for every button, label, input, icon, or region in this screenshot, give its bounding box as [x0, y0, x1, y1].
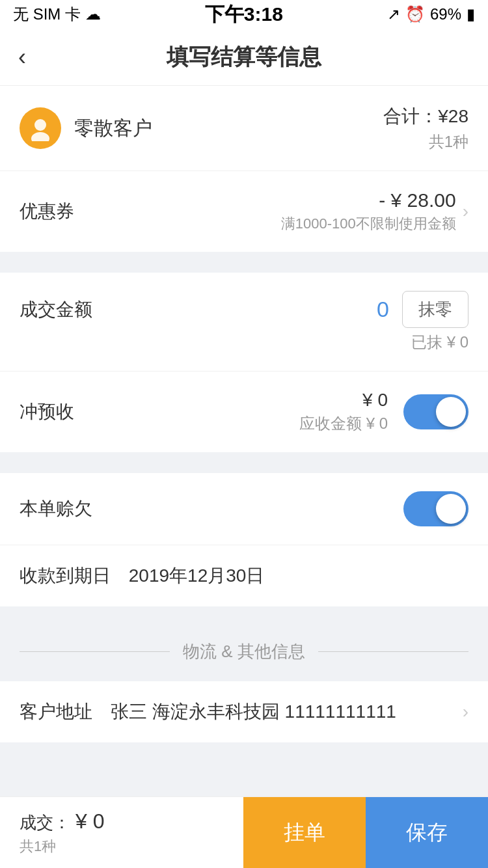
svg-point-0	[34, 119, 46, 131]
precollect-info: ¥ 0 应收金额 ¥ 0	[299, 390, 388, 434]
precollect-sub: 应收金额 ¥ 0	[299, 413, 388, 434]
toggle-knob	[436, 397, 466, 427]
hang-button[interactable]: 挂单	[243, 797, 366, 869]
main-content: 零散客户 合计：¥28 共1种 优惠券 - ¥ 28.00 满1000-100不…	[0, 86, 488, 821]
coupon-discount: - ¥ 28.00	[281, 189, 456, 211]
precollect-row: 冲预收 ¥ 0 应收金额 ¥ 0	[0, 371, 488, 452]
duedate-row: 收款到期日 2019年12月30日	[0, 545, 488, 606]
amount-row: 成交金额 0 抹零	[20, 291, 468, 328]
address-row[interactable]: 客户地址 张三 海淀永丰科技园 11111111111 ›	[0, 681, 488, 742]
customer-count: 共1种	[383, 131, 468, 152]
status-bar: 无 SIM 卡 ☁ 下午3:18 ↗ ⏰ 69% ▮	[0, 0, 488, 29]
amount-section: 成交金额 0 抹零 已抹 ¥ 0 冲预收 ¥ 0 应收金额 ¥ 0	[0, 273, 488, 452]
back-button[interactable]: ‹	[18, 44, 26, 71]
bottom-deal-row: 成交： ¥ 0	[20, 809, 224, 834]
address-label: 客户地址	[20, 699, 98, 724]
address-chevron-icon: ›	[463, 701, 468, 722]
customer-section: 零散客户 合计：¥28 共1种 优惠券 - ¥ 28.00 满1000-100不…	[0, 86, 488, 252]
divider-3	[0, 617, 488, 627]
coupon-info: - ¥ 28.00 满1000-100不限制使用金额	[281, 189, 456, 234]
amount-row-container: 成交金额 0 抹零 已抹 ¥ 0	[0, 273, 488, 371]
status-right: ↗ ⏰ 69% ▮	[387, 5, 475, 23]
debt-section: 本单赊欠 收款到期日 2019年12月30日	[0, 473, 488, 606]
precollect-label: 冲预收	[20, 400, 74, 424]
bottom-deal-label: 成交：	[20, 811, 70, 834]
amount-sub: 已抹 ¥ 0	[20, 332, 468, 353]
customer-avatar	[20, 107, 61, 149]
debt-toggle[interactable]	[403, 491, 468, 526]
duedate-value: 2019年12月30日	[129, 565, 265, 586]
debt-row: 本单赊欠	[0, 473, 488, 545]
logistics-text: 物流 & 其他信息	[183, 640, 305, 663]
customer-name: 零散客户	[74, 115, 152, 142]
amount-value: 0	[377, 297, 389, 322]
bottom-deal-count: 共1种	[20, 837, 224, 856]
debt-label: 本单赊欠	[20, 496, 92, 521]
logistics-line-left	[20, 651, 170, 652]
coupon-label: 优惠券	[20, 199, 74, 224]
amount-right: 0 抹零	[377, 291, 468, 328]
nav-bar: ‹ 填写结算等信息	[0, 29, 488, 86]
round-button[interactable]: 抹零	[402, 291, 468, 328]
logistics-divider: 物流 & 其他信息	[0, 640, 488, 663]
coupon-chevron-icon: ›	[463, 201, 468, 222]
alarm-icon: ⏰	[405, 5, 425, 23]
status-left: 无 SIM 卡 ☁	[13, 4, 101, 25]
coupon-desc: 满1000-100不限制使用金额	[281, 214, 456, 234]
divider-1	[0, 262, 488, 273]
bottom-left: 成交： ¥ 0 共1种	[0, 809, 243, 856]
amount-label: 成交金额	[20, 297, 92, 322]
save-button[interactable]: 保存	[366, 797, 488, 869]
coupon-row[interactable]: 优惠券 - ¥ 28.00 满1000-100不限制使用金额 ›	[0, 170, 488, 252]
bottom-bar: 成交： ¥ 0 共1种 挂单 保存	[0, 796, 488, 868]
customer-left: 零散客户	[20, 107, 152, 149]
debt-toggle-knob	[436, 494, 466, 524]
address-value: 张三 海淀永丰科技园 11111111111	[111, 699, 463, 724]
duedate-label: 收款到期日	[20, 565, 111, 586]
customer-total: 合计：¥28	[383, 104, 468, 129]
battery-text: 69%	[430, 5, 461, 23]
page-title: 填写结算等信息	[167, 42, 321, 72]
customer-right: 合计：¥28 共1种	[383, 104, 468, 152]
precollect-right: ¥ 0 应收金额 ¥ 0	[299, 390, 468, 434]
logistics-section: 物流 & 其他信息	[0, 627, 488, 676]
customer-row: 零散客户 合计：¥28 共1种	[0, 86, 488, 170]
sim-text: 无 SIM 卡 ☁	[13, 4, 101, 25]
status-time: 下午3:18	[205, 1, 283, 28]
divider-4	[0, 676, 488, 681]
bottom-deal-amount: ¥ 0	[75, 809, 104, 834]
coupon-right: - ¥ 28.00 满1000-100不限制使用金额 ›	[281, 189, 468, 234]
precollect-amount: ¥ 0	[299, 390, 388, 411]
location-icon: ↗	[387, 5, 400, 23]
battery-icon: ▮	[467, 5, 475, 23]
svg-point-1	[31, 132, 49, 141]
precollect-toggle[interactable]	[403, 394, 468, 429]
divider-2	[0, 463, 488, 473]
logistics-line-right	[318, 651, 468, 652]
